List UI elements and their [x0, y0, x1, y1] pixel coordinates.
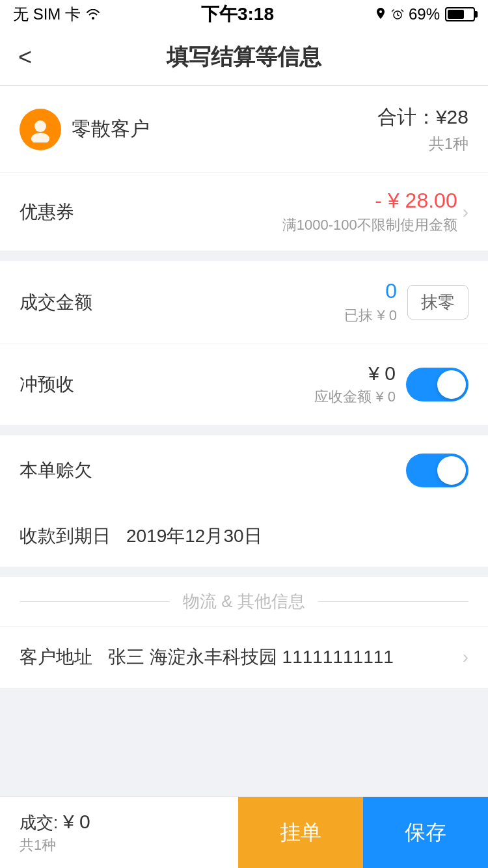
transaction-amount: 0	[344, 279, 397, 303]
coupon-right-inner: - ¥ 28.00 满1000-100不限制使用金额	[282, 189, 457, 235]
bottom-transaction-line: 成交: ¥ 0	[20, 811, 219, 834]
customer-right: 合计：¥28 共1种	[377, 104, 468, 154]
prepayment-amounts: ¥ 0 应收金额 ¥ 0	[314, 362, 396, 407]
logistics-line-right	[318, 601, 468, 602]
prepayment-toggle[interactable]	[406, 368, 468, 401]
logistics-section: 物流 & 其他信息 客户地址 张三 海淀永丰科技园 11111111111 ›	[0, 577, 488, 688]
address-label: 客户地址	[20, 645, 92, 670]
prepayment-right: ¥ 0 应收金额 ¥ 0	[314, 362, 468, 407]
debt-toggle-knob	[437, 456, 466, 485]
prepayment-amount: ¥ 0	[314, 362, 396, 385]
debt-row: 本单赊欠	[0, 435, 488, 506]
toggle-knob	[437, 370, 466, 399]
prepayment-row: 冲预收 ¥ 0 应收金额 ¥ 0	[0, 344, 488, 425]
bottom-summary: 成交: ¥ 0 共1种	[0, 811, 238, 855]
customer-name: 零散客户	[72, 116, 150, 142]
prepayment-label: 冲预收	[20, 372, 74, 397]
save-button[interactable]: 保存	[363, 797, 488, 869]
nav-bar: < 填写结算等信息	[0, 29, 488, 86]
avatar	[20, 109, 61, 150]
round-zero-button[interactable]: 抹零	[407, 285, 468, 319]
bottom-count: 共1种	[20, 835, 219, 855]
debt-toggle[interactable]	[406, 454, 468, 487]
transaction-amounts: 0 已抹 ¥ 0	[344, 279, 397, 325]
address-value: 张三 海淀永丰科技园 11111111111	[108, 645, 463, 670]
customer-left: 零散客户	[20, 109, 150, 150]
coupon-chevron-icon: ›	[463, 202, 468, 223]
total-count: 共1种	[377, 133, 468, 154]
bottom-bar: 成交: ¥ 0 共1种 挂单 保存	[0, 796, 488, 868]
sim-status: 无 SIM 卡	[13, 4, 81, 25]
duedate-label: 收款到期日	[20, 524, 111, 549]
coupon-row[interactable]: 优惠券 - ¥ 28.00 满1000-100不限制使用金额 ›	[0, 172, 488, 251]
logistics-header: 物流 & 其他信息	[0, 577, 488, 626]
transaction-sub: 已抹 ¥ 0	[344, 306, 397, 325]
hang-button[interactable]: 挂单	[238, 797, 363, 869]
bottom-label: 成交:	[20, 813, 58, 832]
status-left: 无 SIM 卡	[13, 4, 100, 25]
status-time: 下午3:18	[201, 2, 274, 27]
back-button[interactable]: <	[18, 44, 32, 71]
transaction-row: 成交金额 0 已抹 ¥ 0 抹零	[0, 261, 488, 344]
coupon-amount: - ¥ 28.00	[282, 189, 457, 213]
avatar-icon	[27, 116, 53, 142]
address-row[interactable]: 客户地址 张三 海淀永丰科技园 11111111111 ›	[0, 626, 488, 688]
prepayment-sub: 应收金额 ¥ 0	[314, 387, 396, 407]
content: 零散客户 合计：¥28 共1种 优惠券 - ¥ 28.00 满1000-100不…	[0, 86, 488, 776]
total-amount: 合计：¥28	[377, 104, 468, 131]
logistics-label: 物流 & 其他信息	[170, 590, 318, 613]
location-icon	[375, 8, 386, 21]
logistics-line-left	[20, 601, 170, 602]
coupon-desc: 满1000-100不限制使用金额	[282, 215, 457, 235]
transaction-label: 成交金额	[20, 290, 92, 315]
status-right: 69%	[375, 5, 475, 23]
customer-row: 零散客户 合计：¥28 共1种	[0, 86, 488, 172]
transaction-section: 成交金额 0 已抹 ¥ 0 抹零 冲预收 ¥ 0 应收金额 ¥ 0	[0, 261, 488, 425]
coupon-right: - ¥ 28.00 满1000-100不限制使用金额 ›	[282, 189, 468, 235]
address-chevron-icon: ›	[463, 647, 468, 668]
status-bar: 无 SIM 卡 下午3:18 69%	[0, 0, 488, 29]
wifi-icon	[86, 9, 100, 20]
debt-section: 本单赊欠 收款到期日 2019年12月30日	[0, 435, 488, 567]
page-title: 填写结算等信息	[167, 42, 321, 72]
customer-coupon-card: 零散客户 合计：¥28 共1种 优惠券 - ¥ 28.00 满1000-100不…	[0, 86, 488, 251]
bottom-amount: ¥ 0	[63, 811, 90, 832]
svg-point-1	[34, 120, 46, 132]
coupon-label: 优惠券	[20, 200, 74, 224]
transaction-right: 0 已抹 ¥ 0 抹零	[344, 279, 468, 325]
debt-label: 本单赊欠	[20, 458, 92, 483]
duedate-value: 2019年12月30日	[126, 524, 262, 549]
duedate-row: 收款到期日 2019年12月30日	[0, 506, 488, 567]
battery-icon	[445, 7, 475, 21]
battery-percent: 69%	[409, 5, 440, 23]
svg-point-2	[31, 133, 49, 142]
alarm-icon	[392, 8, 403, 21]
